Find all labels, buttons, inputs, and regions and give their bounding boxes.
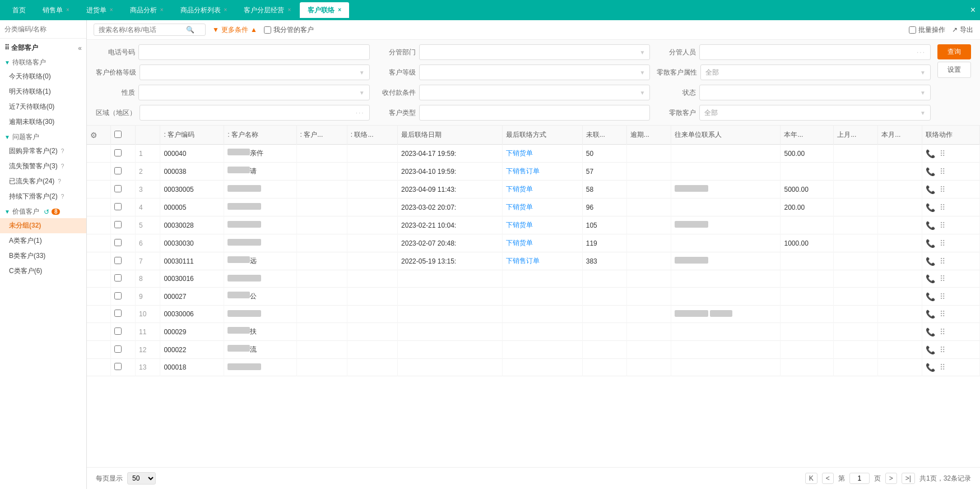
contact-method-link[interactable]: 下销货单: [506, 185, 533, 193]
row-checkbox[interactable]: [114, 203, 122, 210]
customer-tier-select[interactable]: ▼: [419, 64, 651, 80]
tab-product-list[interactable]: 商品分析列表 ×: [173, 2, 235, 18]
col-contact[interactable]: : 联络...: [347, 126, 397, 145]
cell-checkbox[interactable]: [111, 341, 136, 359]
col-this-year[interactable]: 本年...: [781, 126, 834, 145]
grid-icon[interactable]: ⠿: [940, 149, 945, 158]
sidebar-item-overdue-contact[interactable]: 逾期未联络(30): [0, 114, 86, 130]
row-checkbox[interactable]: [114, 239, 122, 246]
query-button[interactable]: 查询: [937, 44, 971, 59]
grid-icon[interactable]: ⠿: [940, 292, 945, 301]
call-icon[interactable]: 📞: [926, 292, 935, 301]
cell-checkbox[interactable]: [111, 145, 136, 163]
sidebar-item-declining[interactable]: 持续下滑客户(2) ?: [0, 189, 86, 204]
col-partner[interactable]: 往来单位联系人: [671, 126, 781, 145]
tab-purchase-close[interactable]: ×: [110, 2, 113, 18]
contact-method-link[interactable]: 下销货单: [506, 149, 533, 157]
prev-page-button[interactable]: <: [822, 473, 834, 484]
call-icon[interactable]: 📞: [926, 149, 935, 158]
grid-icon[interactable]: ⠿: [940, 221, 945, 230]
cell-checkbox[interactable]: [111, 323, 136, 341]
sidebar-item-abnormal[interactable]: 固购异常客户(2) ?: [0, 144, 86, 159]
grid-icon[interactable]: ⠿: [940, 274, 945, 283]
sidebar-collapse-icon[interactable]: «: [78, 44, 82, 52]
last-page-button[interactable]: >|: [902, 473, 915, 484]
row-checkbox[interactable]: [114, 345, 122, 353]
export-button[interactable]: ↗ 导出: [952, 25, 973, 35]
tab-customer-contact-close[interactable]: ×: [338, 2, 341, 18]
select-all-checkbox[interactable]: [114, 131, 122, 138]
col-last-method[interactable]: 最后联络方式: [502, 126, 582, 145]
col-overdue[interactable]: 逾期...: [626, 126, 671, 145]
tab-product-analysis-close[interactable]: ×: [160, 2, 164, 18]
cell-checkbox[interactable]: [111, 216, 136, 234]
call-icon[interactable]: 📞: [926, 363, 935, 372]
cell-checkbox[interactable]: [111, 252, 136, 270]
refresh-icon[interactable]: ↺: [44, 208, 49, 216]
batch-ops-check[interactable]: [909, 26, 916, 34]
grid-icon[interactable]: ⠿: [940, 310, 945, 319]
row-checkbox[interactable]: [114, 292, 122, 299]
col-checkbox[interactable]: [111, 126, 136, 145]
call-icon[interactable]: 📞: [926, 345, 935, 354]
col-last-month[interactable]: 上月...: [834, 126, 878, 145]
grid-icon[interactable]: ⠿: [940, 257, 945, 266]
nature-select[interactable]: ▼: [138, 85, 370, 100]
my-customers-checkbox[interactable]: 我分管的客户: [264, 25, 314, 35]
contact-method-link[interactable]: 下销售订单: [506, 257, 540, 265]
col-no-contact[interactable]: 未联...: [582, 126, 626, 145]
call-icon[interactable]: 📞: [926, 185, 935, 194]
col-settings[interactable]: ⚙: [87, 126, 111, 145]
sidebar-group-value[interactable]: ▼ 价值客户 ↺ 8: [0, 204, 86, 218]
call-icon[interactable]: 📞: [926, 257, 935, 266]
page-input[interactable]: [849, 473, 870, 484]
sidebar-item-c-tier[interactable]: C类客户(6): [0, 264, 86, 279]
cell-checkbox[interactable]: [111, 306, 136, 323]
cell-checkbox[interactable]: [111, 163, 136, 181]
sidebar-item-today[interactable]: 今天待联络(0): [0, 69, 86, 84]
cell-checkbox[interactable]: [111, 288, 136, 306]
grid-icon[interactable]: ⠿: [940, 167, 945, 176]
tab-sales[interactable]: 销售单 ×: [35, 2, 77, 18]
sidebar-item-churn-risk[interactable]: 流失预警客户(3) ?: [0, 159, 86, 174]
grid-icon[interactable]: ⠿: [940, 363, 945, 372]
reset-button[interactable]: 设置: [937, 62, 971, 78]
tab-home[interactable]: 首页: [4, 2, 34, 18]
sidebar-search-input[interactable]: [4, 25, 87, 33]
col-code[interactable]: : 客户编码: [160, 126, 224, 145]
call-icon[interactable]: 📞: [926, 327, 935, 336]
sidebar-item-b-tier[interactable]: B类客户(33): [0, 248, 86, 264]
grid-icon[interactable]: ⠿: [940, 327, 945, 336]
sidebar-all-customers[interactable]: ⠿ 全部客户 «: [0, 39, 86, 55]
contact-method-link[interactable]: 下销货单: [506, 203, 533, 211]
tab-customer-tier[interactable]: 客户分层经营 ×: [236, 2, 299, 18]
sidebar-group-problem[interactable]: ▼ 问题客户: [0, 130, 86, 144]
status-select[interactable]: ▼: [699, 85, 931, 100]
tab-purchase[interactable]: 进货单 ×: [78, 2, 121, 18]
cell-checkbox[interactable]: [111, 359, 136, 376]
call-icon[interactable]: 📞: [926, 167, 935, 176]
call-icon[interactable]: 📞: [926, 274, 935, 283]
row-checkbox[interactable]: [114, 310, 122, 317]
retail-customer-select[interactable]: 全部▼: [699, 105, 931, 121]
row-checkbox[interactable]: [114, 167, 122, 174]
filter-search-icon[interactable]: 🔍: [186, 26, 194, 34]
manager-input[interactable]: ···: [699, 44, 931, 60]
grid-icon[interactable]: ⠿: [940, 203, 945, 212]
col-last-date[interactable]: 最后联络日期: [398, 126, 503, 145]
sidebar-item-week[interactable]: 近7天待联络(0): [0, 99, 86, 114]
row-checkbox[interactable]: [114, 327, 122, 335]
sidebar-group-pending[interactable]: ▼ 待联络客户: [0, 55, 86, 69]
tab-product-list-close[interactable]: ×: [224, 2, 227, 18]
dept-select[interactable]: ▼: [419, 44, 651, 60]
batch-ops-button[interactable]: 批量操作: [909, 25, 945, 35]
tab-product-analysis[interactable]: 商品分析 ×: [122, 2, 171, 18]
call-icon[interactable]: 📞: [926, 239, 935, 248]
retail-attr-select[interactable]: 全部▼: [700, 64, 931, 80]
first-page-button[interactable]: K: [805, 473, 818, 484]
row-checkbox[interactable]: [114, 149, 122, 156]
sidebar-item-a-tier[interactable]: A类客户(1): [0, 233, 86, 248]
region-input[interactable]: ···: [140, 105, 370, 121]
settings-icon[interactable]: ⚙: [90, 131, 97, 140]
filter-search-input[interactable]: [99, 26, 183, 34]
